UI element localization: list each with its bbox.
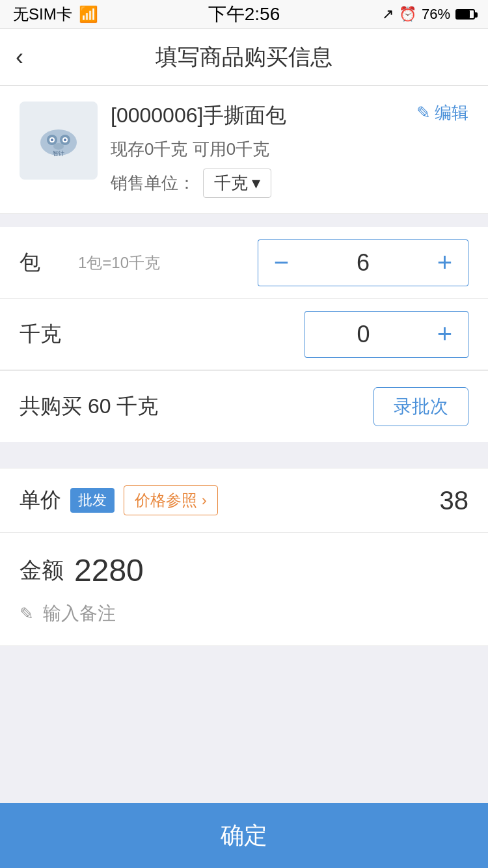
unit-dropdown[interactable]: 千克 ▾: [203, 169, 271, 198]
edit-icon: ✎: [416, 103, 431, 123]
alarm-icon: ⏰: [399, 6, 416, 23]
product-unit-row: 销售单位： 千克 ▾: [111, 169, 468, 198]
batch-button[interactable]: 录批次: [373, 387, 468, 426]
product-info: [0000006]手撕面包 现存0千克 可用0千克 销售单位： 千克 ▾: [111, 102, 468, 198]
unit-value: 千克: [214, 172, 248, 195]
section-divider-2: [0, 442, 488, 455]
remark-placeholder: 输入备注: [43, 601, 116, 626]
status-bar: 无SIM卡 📶 下午2:56 ↗ ⏰ 76%: [0, 0, 488, 29]
amount-value: 2280: [74, 552, 144, 588]
confirm-button[interactable]: 确定: [0, 803, 488, 868]
kg-controls: 0 +: [305, 311, 468, 358]
kg-plus-button[interactable]: +: [422, 311, 468, 358]
price-section: 单价 批发 价格参照 › 38: [0, 468, 488, 533]
svg-text:智计: 智计: [53, 150, 64, 157]
confirm-button-label: 确定: [221, 820, 267, 852]
location-icon: ↗: [382, 6, 394, 23]
price-left: 单价 批发 价格参照 ›: [20, 485, 218, 515]
kg-value[interactable]: 0: [305, 311, 422, 358]
status-right: ↗ ⏰ 76%: [382, 6, 475, 23]
edit-button[interactable]: ✎ 编辑: [416, 102, 468, 124]
amount-section: 金额 2280 ✎ 输入备注: [0, 533, 488, 646]
product-logo: 智计: [36, 124, 81, 157]
bao-minus-button[interactable]: −: [258, 239, 305, 286]
product-stock: 现存0千克 可用0千克: [111, 138, 468, 161]
bao-value[interactable]: 6: [305, 239, 422, 286]
total-text: 共购买 60 千克: [20, 392, 158, 421]
unit-arrow: ▾: [252, 173, 260, 193]
bao-controls: − 6 +: [258, 239, 468, 286]
product-card: 智计 [0000006]手撕面包 现存0千克 可用0千克 销售单位： 千克 ▾ …: [0, 86, 488, 214]
svg-point-6: [64, 139, 66, 141]
nav-bar: ‹ 填写商品购买信息: [0, 29, 488, 86]
status-left: 无SIM卡 📶: [13, 4, 98, 25]
section-divider-1: [0, 214, 488, 227]
bao-plus-button[interactable]: +: [422, 239, 468, 286]
price-ref-button[interactable]: 价格参照 ›: [124, 485, 218, 515]
product-name: [0000006]手撕面包: [111, 102, 468, 130]
price-label: 单价: [20, 486, 61, 515]
svg-point-7: [53, 143, 64, 150]
wifi-icon: 📶: [79, 5, 98, 23]
battery-icon: [455, 9, 475, 20]
bao-hint: 1包=10千克: [78, 252, 258, 273]
kg-input-row: 千克 0 +: [0, 299, 488, 370]
carrier-text: 无SIM卡: [13, 4, 72, 25]
kg-label: 千克: [20, 320, 72, 349]
battery-percent: 76%: [422, 6, 450, 23]
price-value: 38: [440, 486, 469, 515]
amount-row: 金额 2280: [20, 552, 468, 588]
amount-label: 金额: [20, 556, 64, 586]
unit-label: 销售单位：: [111, 172, 195, 195]
bao-label: 包: [20, 249, 72, 277]
main-content: 智计 [0000006]手撕面包 现存0千克 可用0千克 销售单位： 千克 ▾ …: [0, 86, 488, 711]
back-button[interactable]: ‹: [16, 44, 23, 71]
price-type-badge: 批发: [70, 488, 115, 513]
total-row: 共购买 60 千克 录批次: [0, 370, 488, 442]
product-image: 智计: [20, 102, 98, 180]
edit-label: 编辑: [435, 102, 468, 124]
status-time: 下午2:56: [208, 2, 280, 27]
svg-point-5: [51, 139, 53, 141]
page-title: 填写商品购买信息: [156, 42, 332, 72]
remark-icon: ✎: [20, 604, 34, 624]
remark-row[interactable]: ✎ 输入备注: [20, 601, 468, 626]
quantity-input-section: 包 1包=10千克 − 6 + 千克 0 + 共购买 60 千克 录批次: [0, 227, 488, 442]
bao-input-row: 包 1包=10千克 − 6 +: [0, 227, 488, 299]
